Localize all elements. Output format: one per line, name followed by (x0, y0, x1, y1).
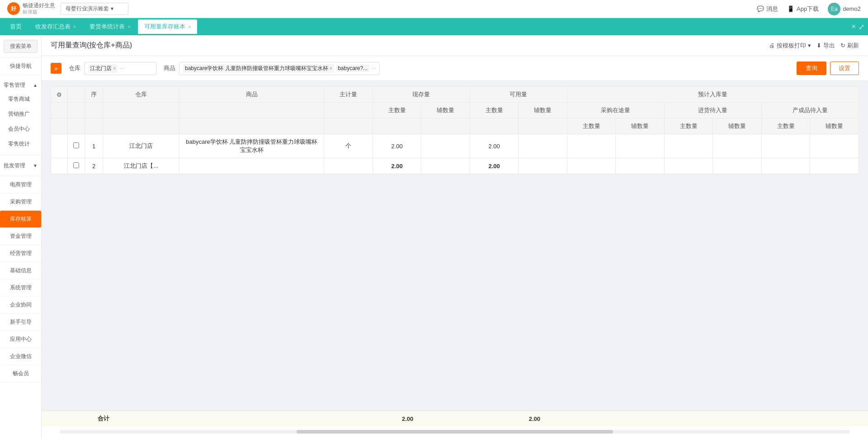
filter-expand-button[interactable]: » (51, 63, 61, 74)
sidebar-item-retail-member[interactable]: 会员中心 (4, 122, 38, 137)
sidebar-section-retail-header[interactable]: 零售管理 ▲ (4, 79, 38, 92)
row1-product: babycare学饮杯 儿童防摔防撞吸管杯重力球吸嘴杯宝宝水杯 (179, 134, 324, 158)
print-template-button[interactable]: 🖨 按模板打印 ▾ (769, 42, 811, 50)
tab-order-stats[interactable]: 要货单统计表 × (83, 19, 137, 34)
sidebar-item-retail-stats[interactable]: 零售统计 (4, 137, 38, 151)
sidebar-item-purchase[interactable]: 采购管理 (0, 194, 41, 211)
footer-p5 (785, 411, 826, 426)
row2-purchase-sub (616, 158, 665, 174)
row1-production-main (761, 134, 810, 158)
tab-home[interactable]: 首页 (4, 19, 28, 34)
row2-production-sub (810, 158, 859, 174)
sidebar-item-retail-promo[interactable]: 营销推广 (4, 107, 38, 122)
sidebar-item-ops[interactable]: 经营管理 (0, 245, 41, 262)
sidebar-item-wechat[interactable]: 企业微信 (0, 348, 41, 365)
message-action[interactable]: 💬 消息 (757, 5, 778, 13)
row2-checkbox[interactable] (68, 158, 85, 174)
tab-income-expense[interactable]: 收发存汇总表 × (29, 19, 82, 34)
row2-checkbox-input[interactable] (73, 162, 79, 168)
table-header-checkbox (68, 87, 85, 103)
user-area[interactable]: Ea demo2 (828, 3, 861, 15)
sidebar-item-apps[interactable]: 应用中心 (0, 331, 41, 348)
row2-product (179, 158, 324, 174)
wholesale-arrow-icon: ▼ (33, 163, 38, 168)
product-tag-1-close[interactable]: × (330, 66, 332, 71)
expand-window-button[interactable]: ⤢ (859, 23, 864, 31)
sidebar-item-finance[interactable]: 资金管理 (0, 228, 41, 245)
phone-icon: 📱 (787, 5, 794, 12)
footer-label: 合计 (92, 411, 179, 426)
export-label: 导出 (823, 42, 835, 50)
query-button[interactable]: 查询 (797, 61, 826, 75)
product-more-icon[interactable]: ··· (371, 65, 376, 71)
row2-purchase-main (567, 158, 616, 174)
scrollbar-thumb[interactable] (297, 430, 613, 434)
row2-production-main (761, 158, 810, 174)
export-button[interactable]: ⬇ 导出 (816, 42, 835, 50)
table-subheader-stock-main: 主数量 (373, 103, 421, 118)
row1-available-main: 2.00 (470, 134, 519, 158)
sidebar-item-ecommerce[interactable]: 电商管理 (0, 176, 41, 194)
sidebar-item-member[interactable]: 畅会员 (0, 365, 41, 382)
main-layout: 搜索菜单 快捷导航 零售管理 ▲ 零售商城 营销推广 会员中心 零售统计 批发管… (0, 35, 868, 439)
table-subheader-available-main: 主数量 (470, 103, 519, 118)
row1-checkbox-input[interactable] (73, 142, 79, 148)
row1-warehouse: 江北门店 (103, 134, 179, 158)
product-tag-2-text: babycare?... (338, 65, 368, 71)
sidebar-item-retail-shop[interactable]: 零售商城 (4, 92, 38, 107)
logo-text-area: 畅捷通好生意 标准版 (23, 2, 55, 15)
row1-settings (51, 134, 68, 158)
tab-available-stock[interactable]: 可用量库存账本 × (138, 19, 197, 34)
footer-spacer4 (179, 411, 323, 426)
row2-incoming-sub (713, 158, 762, 174)
logo-subtitle: 标准版 (23, 9, 55, 15)
row2-settings (51, 158, 68, 174)
row1-checkbox[interactable] (68, 134, 85, 158)
warehouse-more-icon[interactable]: ··· (119, 65, 124, 71)
row1-production-sub (810, 134, 859, 158)
row1-num: 1 (85, 134, 103, 158)
scrollbar-track[interactable] (42, 426, 868, 439)
content-area: 可用量查询(按仓库+商品) 🖨 按模板打印 ▾ ⬇ 导出 ↻ 刷新 (42, 35, 868, 439)
tab-order-stats-label: 要货单统计表 (90, 23, 125, 31)
sidebar-item-inventory[interactable]: 库存核算 (0, 211, 41, 228)
search-menu-button[interactable]: 搜索菜单 (4, 40, 38, 53)
table-header-settings[interactable]: ⚙ (51, 87, 68, 103)
app-download-action[interactable]: 📱 App下载 (787, 5, 819, 13)
refresh-button[interactable]: ↻ 刷新 (840, 42, 859, 50)
settings-button[interactable]: 设置 (830, 61, 859, 75)
close-all-tabs-button[interactable]: × (852, 23, 856, 31)
table-subheader-incoming-pending: 进货待入量 (664, 103, 761, 118)
sidebar-item-enterprise[interactable]: 企业协同 (0, 297, 41, 314)
product-tag-1: babycare学饮杯 儿童防摔防撞吸管杯重力球吸嘴杯宝宝水杯 × (183, 64, 334, 73)
footer-stock-sub (450, 411, 492, 426)
industry-selector[interactable]: 母婴行业演示账套 ▾ (61, 3, 128, 15)
sidebar-section-retail: 零售管理 ▲ 零售商城 营销推广 会员中心 零售统计 (0, 75, 41, 156)
footer-stock-total: 2.00 (365, 411, 450, 426)
sidebar-item-system[interactable]: 系统管理 (0, 279, 41, 297)
sidebar-item-newbie[interactable]: 新手引导 (0, 314, 41, 331)
table-subheader-product (179, 103, 324, 118)
footer-p2 (660, 411, 702, 426)
footer-table: 合计 2.00 2.00 (42, 411, 868, 426)
sidebar-item-shortcut[interactable]: 快捷导航 (0, 58, 41, 75)
expand-icon: » (54, 65, 58, 72)
product-input[interactable]: babycare学饮杯 儿童防摔防撞吸管杯重力球吸嘴杯宝宝水杯 × babyca… (179, 62, 380, 75)
row2-unit (324, 158, 373, 174)
footer-available-total: 2.00 (492, 411, 577, 426)
tab-available-stock-label: 可用量库存账本 (144, 23, 185, 31)
tab-order-stats-close[interactable]: × (127, 24, 130, 29)
logo-area: 好 畅捷通好生意 标准版 (7, 2, 55, 15)
table-subheader-stock-sub: 辅数量 (421, 103, 470, 118)
warehouse-input[interactable]: 江北门店 × ··· (84, 62, 156, 75)
warehouse-tag-close[interactable]: × (113, 66, 116, 71)
sidebar-item-basic[interactable]: 基础信息 (0, 262, 41, 279)
table-subheader-available-sub: 辅数量 (519, 103, 567, 118)
horizontal-scrollbar[interactable] (60, 430, 850, 434)
tab-income-expense-close[interactable]: × (73, 24, 76, 29)
retail-arrow-icon: ▲ (33, 83, 38, 88)
sidebar-section-wholesale-header[interactable]: 批发管理 ▼ (4, 159, 38, 172)
tab-available-stock-close[interactable]: × (188, 24, 191, 29)
tab-income-expense-label: 收发存汇总表 (35, 23, 71, 31)
row1-stock-main: 2.00 (373, 134, 421, 158)
